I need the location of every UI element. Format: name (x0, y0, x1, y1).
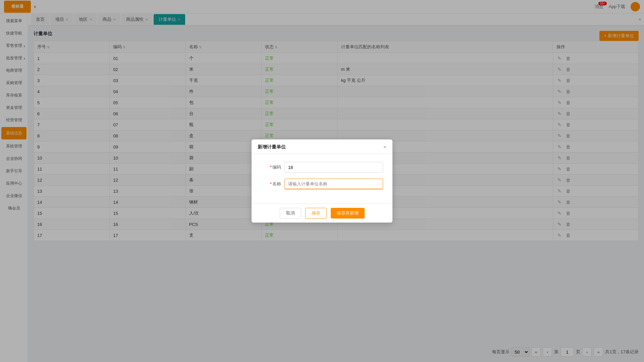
save-button[interactable]: 保存 (305, 208, 327, 219)
name-label: 名称 (261, 181, 281, 187)
code-label: 编码 (261, 164, 281, 170)
name-form-row: 名称 (261, 179, 383, 189)
modal-close-button[interactable]: × (383, 144, 386, 150)
modal-overlay[interactable]: 新增计量单位 × 编码 名称 取消 保存 保存并新增 (0, 0, 644, 362)
name-input[interactable] (284, 179, 383, 189)
modal-header: 新增计量单位 × (252, 139, 392, 154)
code-input[interactable] (284, 162, 383, 173)
modal-footer: 取消 保存 保存并新增 (252, 203, 392, 223)
code-form-row: 编码 (261, 162, 383, 173)
cancel-button[interactable]: 取消 (280, 208, 301, 219)
save-and-new-button[interactable]: 保存并新增 (331, 208, 365, 219)
modal-body: 编码 名称 (252, 154, 392, 203)
modal-title: 新增计量单位 (258, 144, 286, 150)
add-unit-modal: 新增计量单位 × 编码 名称 取消 保存 保存并新增 (252, 139, 392, 223)
